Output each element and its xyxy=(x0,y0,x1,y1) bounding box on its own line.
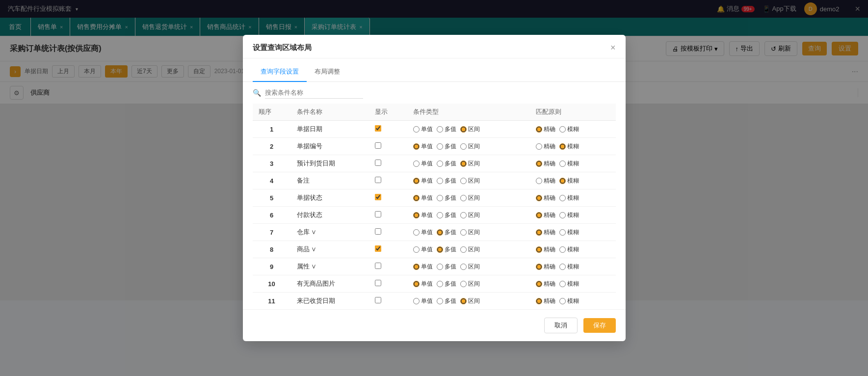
match-rule-fuzzy[interactable]: 模糊 xyxy=(559,211,579,219)
condition-type-multi[interactable]: 多值 xyxy=(437,245,456,254)
match-rule-fuzzy[interactable]: 模糊 xyxy=(559,263,579,271)
condition-type-multi[interactable]: 多值 xyxy=(437,142,456,151)
row-display-checkbox[interactable] xyxy=(375,263,381,269)
match-rule-fuzzy[interactable]: 模糊 xyxy=(559,142,579,151)
match-rule-fuzzy[interactable]: 模糊 xyxy=(559,160,579,168)
condition-type-range[interactable]: 区间 xyxy=(460,228,480,237)
row-order: 2 xyxy=(253,138,291,155)
row-display[interactable] xyxy=(369,121,407,138)
condition-type-single[interactable]: 单值 xyxy=(413,194,433,202)
match-rule-fuzzy[interactable]: 模糊 xyxy=(559,228,579,237)
row-display-checkbox[interactable] xyxy=(375,125,381,132)
row-match-rule: 精确模糊 xyxy=(530,224,616,241)
condition-type-single[interactable]: 单值 xyxy=(413,263,433,271)
match-rule-exact[interactable]: 精确 xyxy=(536,177,555,185)
condition-type-range[interactable]: 区间 xyxy=(460,125,480,134)
condition-type-single[interactable]: 单值 xyxy=(413,211,433,219)
row-display-checkbox[interactable] xyxy=(375,194,381,200)
match-rule-exact[interactable]: 精确 xyxy=(536,263,555,271)
row-display-checkbox[interactable] xyxy=(375,211,381,217)
match-rule-fuzzy[interactable]: 模糊 xyxy=(559,280,579,288)
condition-type-multi[interactable]: 多值 xyxy=(437,297,456,301)
condition-type-multi[interactable]: 多值 xyxy=(437,177,456,185)
row-name: 预计到货日期 xyxy=(291,155,369,172)
modal-close-button[interactable]: × xyxy=(610,43,616,53)
row-match-rule: 精确模糊 xyxy=(530,121,616,138)
row-display[interactable] xyxy=(369,275,407,293)
table-row: 9属性 ∨单值多值区间精确模糊 xyxy=(253,258,616,275)
condition-type-single[interactable]: 单值 xyxy=(413,245,433,254)
condition-type-range[interactable]: 区间 xyxy=(460,194,480,202)
row-name: 属性 ∨ xyxy=(291,258,369,275)
col-display: 显示 xyxy=(369,104,407,121)
match-rule-fuzzy[interactable]: 模糊 xyxy=(559,194,579,202)
condition-type-range[interactable]: 区间 xyxy=(460,297,480,301)
condition-type-single[interactable]: 单值 xyxy=(413,297,433,301)
match-rule-fuzzy[interactable]: 模糊 xyxy=(559,177,579,185)
match-rule-exact[interactable]: 精确 xyxy=(536,125,555,134)
condition-type-multi[interactable]: 多值 xyxy=(437,125,456,134)
condition-type-multi[interactable]: 多值 xyxy=(437,263,456,271)
condition-type-multi[interactable]: 多值 xyxy=(437,160,456,168)
condition-type-single[interactable]: 单值 xyxy=(413,125,433,134)
conditions-table: 顺序 条件名称 显示 条件类型 匹配原则 1单据日期单值多值区间精确模糊2单据编… xyxy=(253,104,616,300)
modal-search-input[interactable] xyxy=(265,87,363,99)
condition-type-single[interactable]: 单值 xyxy=(413,160,433,168)
condition-type-range[interactable]: 区间 xyxy=(460,245,480,254)
row-display-checkbox[interactable] xyxy=(375,142,381,149)
condition-type-multi[interactable]: 多值 xyxy=(437,280,456,288)
condition-type-range[interactable]: 区间 xyxy=(460,280,480,288)
row-display[interactable] xyxy=(369,155,407,172)
modal-tab-layout[interactable]: 布局调整 xyxy=(307,64,348,82)
row-display[interactable] xyxy=(369,241,407,258)
condition-type-range[interactable]: 区间 xyxy=(460,211,480,219)
row-display-checkbox[interactable] xyxy=(375,245,381,252)
match-rule-exact[interactable]: 精确 xyxy=(536,297,555,301)
condition-type-multi[interactable]: 多值 xyxy=(437,194,456,202)
match-rule-exact[interactable]: 精确 xyxy=(536,228,555,237)
match-rule-exact[interactable]: 精确 xyxy=(536,194,555,202)
row-name: 来已收货日期 xyxy=(291,293,369,301)
row-display-checkbox[interactable] xyxy=(375,160,381,166)
row-display[interactable] xyxy=(369,224,407,241)
condition-type-range[interactable]: 区间 xyxy=(460,177,480,185)
row-order: 5 xyxy=(253,189,291,207)
row-display-checkbox[interactable] xyxy=(375,177,381,183)
row-display-checkbox[interactable] xyxy=(375,297,381,300)
row-match-rule: 精确模糊 xyxy=(530,241,616,258)
row-display[interactable] xyxy=(369,189,407,207)
match-rule-exact[interactable]: 精确 xyxy=(536,160,555,168)
match-rule-exact[interactable]: 精确 xyxy=(536,211,555,219)
condition-type-multi[interactable]: 多值 xyxy=(437,228,456,237)
match-rule-exact[interactable]: 精确 xyxy=(536,245,555,254)
condition-type-single[interactable]: 单值 xyxy=(413,177,433,185)
row-match-rule: 精确模糊 xyxy=(530,189,616,207)
match-rule-exact[interactable]: 精确 xyxy=(536,280,555,288)
condition-type-single[interactable]: 单值 xyxy=(413,228,433,237)
condition-type-range[interactable]: 区间 xyxy=(460,263,480,271)
row-name: 仓库 ∨ xyxy=(291,224,369,241)
row-order: 8 xyxy=(253,241,291,258)
row-display[interactable] xyxy=(369,138,407,155)
row-match-rule: 精确模糊 xyxy=(530,275,616,293)
condition-type-single[interactable]: 单值 xyxy=(413,280,433,288)
table-row: 8商品 ∨单值多值区间精确模糊 xyxy=(253,241,616,258)
col-condition-name: 条件名称 xyxy=(291,104,369,121)
row-display[interactable] xyxy=(369,258,407,275)
row-display[interactable] xyxy=(369,172,407,189)
match-rule-fuzzy[interactable]: 模糊 xyxy=(559,297,579,301)
modal-tab-query-fields[interactable]: 查询字段设置 xyxy=(253,64,307,82)
condition-type-range[interactable]: 区间 xyxy=(460,142,480,151)
row-name: 备注 xyxy=(291,172,369,189)
condition-type-single[interactable]: 单值 xyxy=(413,142,433,151)
row-display-checkbox[interactable] xyxy=(375,228,381,235)
match-rule-fuzzy[interactable]: 模糊 xyxy=(559,245,579,254)
condition-type-multi[interactable]: 多值 xyxy=(437,211,456,219)
match-rule-fuzzy[interactable]: 模糊 xyxy=(559,125,579,134)
match-rule-exact[interactable]: 精确 xyxy=(536,142,555,151)
row-display[interactable] xyxy=(369,293,407,301)
modal-search-icon: 🔍 xyxy=(253,89,261,97)
condition-type-range[interactable]: 区间 xyxy=(460,160,480,168)
row-display-checkbox[interactable] xyxy=(375,280,381,286)
row-display[interactable] xyxy=(369,207,407,224)
